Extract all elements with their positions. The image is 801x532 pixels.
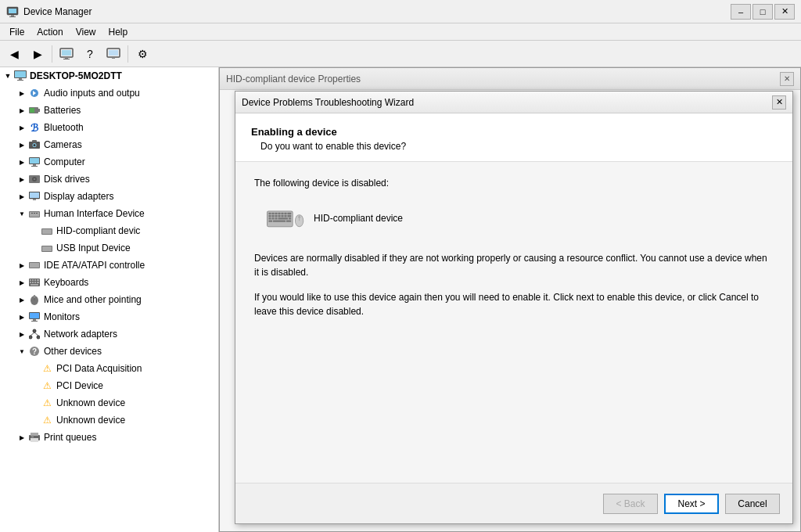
network-icon (28, 328, 41, 340)
svg-rect-72 (31, 437, 34, 437)
svg-rect-36 (31, 213, 33, 214)
minimize-button[interactable]: – (731, 4, 751, 20)
svg-rect-91 (275, 217, 277, 219)
menu-help[interactable]: Help (102, 25, 135, 39)
display-icon (28, 190, 41, 203)
batteries-expand[interactable]: ▶ (16, 104, 28, 117)
tree-item-computer[interactable]: ▶ Computer (0, 153, 218, 171)
tree-item-cameras[interactable]: ▶ Cameras (0, 136, 218, 153)
tree-item-unknown-2[interactable]: ⚠ Unknown device (0, 412, 218, 429)
svg-rect-79 (281, 213, 283, 214)
menu-action[interactable]: Action (31, 25, 69, 39)
maximize-button[interactable]: □ (753, 4, 773, 20)
print-label: Print queues (44, 432, 96, 443)
tree-item-ide[interactable]: ▶ IDE ATA/ATAPI controlle (0, 257, 218, 274)
tree-item-hid[interactable]: ▼ Human Interface Device (0, 205, 218, 222)
hid-expand[interactable]: ▼ (16, 207, 28, 220)
back-button[interactable]: < Back (603, 494, 658, 514)
svg-rect-3 (9, 16, 16, 17)
network-expand[interactable]: ▶ (16, 328, 28, 340)
svg-rect-48 (34, 279, 36, 281)
tree-item-keyboards[interactable]: ▶ Keyboards (0, 274, 218, 291)
toolbar-display[interactable] (102, 44, 124, 64)
tree-item-pci-device[interactable]: ⚠ PCI Device (0, 377, 218, 394)
bluetooth-expand[interactable]: ▶ (16, 121, 28, 134)
toolbar-help[interactable]: ? (79, 44, 101, 64)
ide-expand[interactable]: ▶ (16, 259, 28, 271)
print-icon (28, 431, 41, 444)
root-expand[interactable]: ▼ (2, 70, 14, 82)
tree-item-unknown-1[interactable]: ⚠ Unknown device (0, 394, 218, 412)
tree-item-network[interactable]: ▶ Network adapters (0, 325, 218, 343)
display-expand[interactable]: ▶ (16, 190, 28, 203)
svg-rect-17 (38, 109, 40, 112)
cameras-label: Cameras (44, 139, 82, 150)
computer-label: Computer (44, 156, 85, 167)
ide-label: IDE ATA/ATAPI controlle (44, 260, 145, 271)
svg-rect-37 (34, 213, 35, 214)
svg-rect-44 (30, 263, 39, 268)
print-expand[interactable]: ▶ (16, 431, 28, 444)
tree-item-batteries[interactable]: ▶ Batteries (0, 102, 218, 119)
usb-input-expand (28, 242, 41, 254)
menu-view[interactable]: View (70, 25, 102, 39)
svg-rect-10 (112, 57, 115, 59)
device-name: HID-compliant device (314, 213, 403, 224)
svg-rect-13 (19, 78, 22, 80)
bg-dialog-close-btn[interactable]: ✕ (780, 72, 794, 86)
svg-rect-86 (281, 215, 283, 217)
tree-item-monitors[interactable]: ▶ Monitors (0, 308, 218, 325)
tree-item-mice[interactable]: ▶ Mice and other pointing (0, 291, 218, 308)
next-button[interactable]: Next > (664, 494, 719, 514)
tree-item-pci-daq[interactable]: ⚠ PCI Data Acquisition (0, 360, 218, 377)
ide-icon (28, 259, 41, 271)
tree-item-usb-input[interactable]: USB Input Device (0, 239, 218, 257)
toolbar-computer[interactable] (56, 44, 77, 64)
monitors-expand[interactable]: ▶ (16, 311, 28, 323)
svg-rect-92 (278, 217, 288, 219)
keyboards-expand[interactable]: ▶ (16, 276, 28, 289)
other-icon: ? (28, 345, 41, 358)
audio-expand[interactable]: ▶ (16, 87, 28, 99)
usb-input-label: USB Input Device (56, 243, 131, 253)
hid-label: Human Interface Device (44, 208, 145, 219)
svg-rect-82 (268, 215, 271, 217)
disk-icon (28, 173, 41, 185)
svg-rect-81 (287, 213, 291, 214)
tree-item-audio[interactable]: ▶ Audio inputs and outpu (0, 84, 218, 102)
svg-rect-5 (62, 50, 71, 56)
cameras-icon (28, 138, 41, 151)
tree-item-hid-compliant[interactable]: HID-compliant devic (0, 222, 218, 239)
mice-icon (28, 293, 41, 306)
device-tree-panel[interactable]: ▼ DESKTOP-5MO2DTT ▶ Audio inputs and out… (0, 67, 219, 532)
svg-rect-71 (31, 438, 38, 442)
cancel-button[interactable]: Cancel (725, 494, 780, 514)
unknown-1-expand (28, 397, 41, 409)
wizard-close-button[interactable]: ✕ (772, 95, 786, 110)
mice-expand[interactable]: ▶ (16, 293, 28, 306)
close-button[interactable]: ✕ (774, 4, 795, 20)
tree-item-disk[interactable]: ▶ Disk drives (0, 171, 218, 188)
toolbar-settings[interactable]: ⚙ (131, 44, 153, 64)
tree-item-other[interactable]: ▼ ? Other devices (0, 343, 218, 360)
cameras-expand[interactable]: ▶ (16, 138, 28, 151)
computer-expand[interactable]: ▶ (16, 156, 28, 168)
svg-text:?: ? (32, 347, 37, 356)
hid-compliant-icon (41, 225, 53, 237)
bg-dialog-title: HID-compliant device Properties (226, 74, 361, 84)
tree-item-display[interactable]: ▶ Display adapters (0, 188, 218, 205)
tree-item-print[interactable]: ▶ Print queues (0, 429, 218, 446)
wizard-title: Device Problems Troubleshooting Wizard (242, 97, 414, 108)
disk-expand[interactable]: ▶ (16, 173, 28, 185)
device-disabled-label: The following device is disabled: (254, 178, 774, 189)
toolbar-forward[interactable]: ▶ (27, 44, 48, 64)
tree-item-bluetooth[interactable]: ▶ ℬ Bluetooth (0, 119, 218, 136)
tree-root[interactable]: ▼ DESKTOP-5MO2DTT (0, 67, 218, 84)
device-icon-large (267, 204, 304, 232)
usb-input-icon (41, 242, 53, 254)
hid-group-icon (28, 207, 41, 220)
menu-file[interactable]: File (3, 25, 31, 39)
svg-rect-27 (31, 166, 38, 167)
other-expand[interactable]: ▼ (16, 345, 28, 358)
toolbar-back[interactable]: ◀ (3, 44, 25, 64)
